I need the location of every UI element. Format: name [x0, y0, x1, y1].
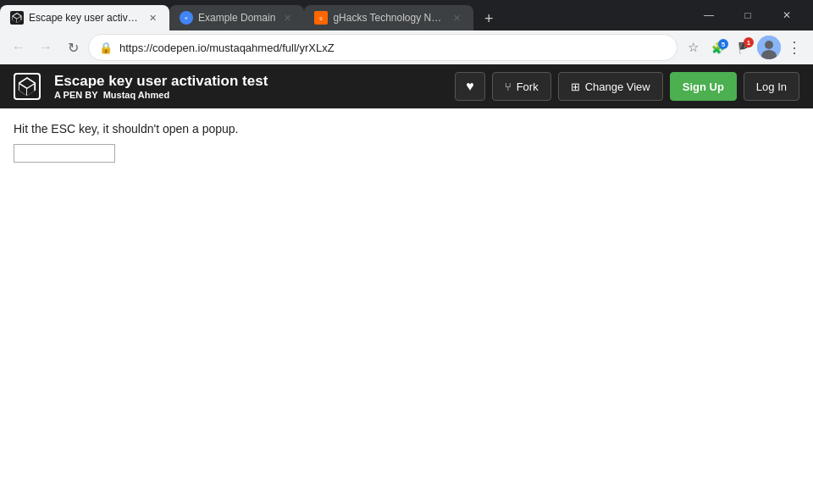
tab-example-domain[interactable]: e Example Domain ✕ — [169, 5, 304, 30]
profile-badge: 1 — [744, 37, 754, 47]
back-button[interactable]: ← — [7, 36, 30, 59]
page-content: Hit the ESC key, it shouldn't open a pop… — [0, 108, 813, 176]
page-instruction: Hit the ESC key, it shouldn't open a pop… — [14, 122, 799, 136]
forward-button[interactable]: → — [34, 36, 58, 59]
fork-icon: ⑂ — [505, 80, 512, 93]
address-bar-actions: ☆ 🧩 5 🏴 1 ⋮ — [681, 36, 806, 59]
url-bar[interactable]: 🔒 https://codepen.io/mustaqahmed/full/yr… — [88, 34, 678, 61]
close-button[interactable]: ✕ — [767, 0, 806, 30]
tab-2-close[interactable]: ✕ — [280, 11, 294, 25]
change-view-icon: ⊞ — [571, 80, 580, 93]
tabs-area: Escape key user activation test ✕ e Exam… — [0, 0, 689, 30]
profile-avatar[interactable] — [757, 36, 781, 59]
window-controls: — □ ✕ — [689, 0, 813, 30]
menu-button[interactable]: ⋮ — [783, 36, 806, 59]
extension-button[interactable]: 🧩 5 — [706, 36, 730, 59]
page-text-input[interactable] — [14, 144, 115, 163]
url-text: https://codepen.io/mustaqahmed/full/yrXL… — [119, 42, 666, 54]
fork-button[interactable]: ⑂ Fork — [492, 72, 551, 101]
change-view-button[interactable]: ⊞ Change View — [558, 72, 663, 101]
tab-3-close[interactable]: ✕ — [450, 11, 463, 25]
bookmark-icon: ☆ — [688, 40, 699, 55]
login-button[interactable]: Log In — [744, 72, 799, 101]
lock-icon: 🔒 — [99, 42, 113, 54]
change-view-label: Change View — [585, 80, 650, 93]
codepen-navbar: Escape key user activation test A PEN BY… — [0, 64, 813, 108]
minimize-button[interactable]: — — [689, 0, 728, 30]
new-tab-button[interactable]: + — [477, 7, 501, 30]
tab-favicon-codepen — [10, 11, 24, 25]
tab-favicon-example: e — [180, 11, 193, 25]
menu-icon: ⋮ — [787, 38, 802, 57]
svg-text:g: g — [320, 15, 323, 20]
tab-1-close[interactable]: ✕ — [146, 11, 159, 25]
tab-1-label: Escape key user activation test — [29, 12, 141, 24]
pen-author[interactable]: Mustaq Ahmed — [103, 90, 169, 100]
codepen-actions: ♥ ⑂ Fork ⊞ Change View Sign Up Log In — [455, 72, 799, 101]
signup-button[interactable]: Sign Up — [670, 72, 737, 101]
address-bar: ← → ↻ 🔒 https://codepen.io/mustaqahmed/f… — [0, 30, 813, 64]
title-bar: Escape key user activation test ✕ e Exam… — [0, 0, 813, 30]
tab-ghacks[interactable]: g gHacks Technology News ✕ — [304, 5, 473, 30]
codepen-pen-title: Escape key user activation test — [54, 73, 441, 90]
profile-flag-button[interactable]: 🏴 1 — [732, 36, 755, 59]
bookmark-button[interactable]: ☆ — [681, 36, 705, 59]
heart-button[interactable]: ♥ — [455, 72, 485, 101]
codepen-logo — [14, 73, 41, 100]
refresh-button[interactable]: ↻ — [61, 36, 85, 59]
maximize-button[interactable]: □ — [728, 0, 767, 30]
codepen-title-area: Escape key user activation test A PEN BY… — [54, 73, 441, 100]
pen-by-text: A PEN BY — [54, 90, 98, 100]
tab-2-label: Example Domain — [198, 12, 275, 24]
svg-point-5 — [765, 41, 773, 49]
tab-3-label: gHacks Technology News — [333, 12, 445, 24]
tab-escape-key[interactable]: Escape key user activation test ✕ — [0, 5, 169, 30]
codepen-pen-subtitle: A PEN BY Mustaq Ahmed — [54, 90, 441, 100]
tab-favicon-ghacks: g — [314, 11, 328, 25]
extension-badge: 5 — [718, 39, 728, 49]
fork-label: Fork — [517, 80, 539, 93]
